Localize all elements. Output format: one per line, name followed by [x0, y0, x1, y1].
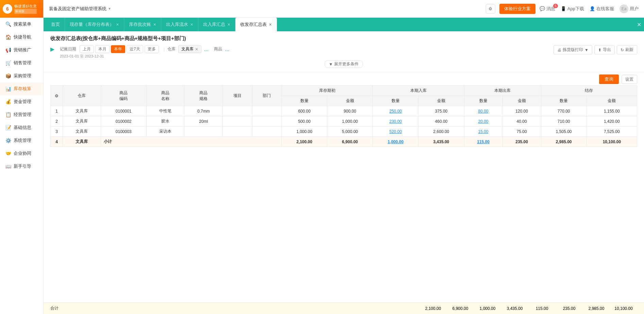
logo-icon: 6	[3, 4, 12, 14]
system-dropdown[interactable]: 装备及固定资产辅助管理系统 ▼	[49, 6, 111, 12]
message-badge: 6	[553, 4, 558, 8]
warehouse-filter-label: 仓库	[167, 46, 176, 52]
expand-more-button[interactable]: ▼ 展开更多条件	[325, 60, 363, 68]
query-button[interactable]: 查询	[599, 75, 619, 84]
tab-close-inout-flow[interactable]: ✕	[190, 22, 193, 27]
tab-inout-summary[interactable]: 出入库汇总 ✕	[198, 18, 235, 31]
subtotal-in-qty[interactable]: 1,000.00	[373, 137, 418, 147]
tab-close-inventory-dist[interactable]: ✕	[116, 22, 119, 27]
gear-icon: ⚙	[489, 6, 492, 11]
export-label: 导出	[603, 47, 611, 53]
app-download-label: App下载	[567, 6, 584, 12]
sidebar-label-basic-info: 基础信息	[14, 125, 31, 131]
cell-in-qty[interactable]: 520.00	[373, 127, 418, 137]
cell-in-qty[interactable]: 250.00	[373, 106, 418, 116]
sidebar-item-system[interactable]: ⚙️ 系统管理	[0, 134, 43, 147]
close-all-tabs-button[interactable]: ✕	[637, 21, 641, 28]
sidebar-item-quick-nav[interactable]: 🏠 快捷导航	[0, 31, 43, 44]
tab-receipt-summary[interactable]: 收发存汇总表 ✕	[235, 18, 277, 31]
th-dept: 部门	[252, 86, 281, 106]
print-dropdown-icon: ▼	[584, 48, 589, 52]
basic-info-icon: 📝	[5, 125, 11, 130]
message-button[interactable]: 💬 消息 6	[540, 6, 555, 12]
refresh-button[interactable]: ↻ 刷新	[617, 45, 637, 54]
settings-button[interactable]: ⚙	[486, 4, 495, 14]
warehouse-more-button[interactable]: ...	[204, 47, 209, 52]
user-area[interactable]: Ea 用户	[620, 4, 639, 13]
print-button[interactable]: 🖨 拣货版打印 ▼	[554, 45, 592, 54]
cell-out-qty[interactable]: 80.00	[464, 106, 502, 116]
tab-close-receipt-summary[interactable]: ✕	[269, 22, 272, 27]
purchase-icon: 📦	[5, 73, 11, 79]
sidebar-item-search[interactable]: 🔍 搜索菜单	[0, 18, 43, 31]
cell-out-qty[interactable]: 20.00	[464, 116, 502, 127]
tab-home[interactable]: 首页	[46, 18, 65, 31]
sidebar-item-inventory[interactable]: 📊 库存核算	[0, 82, 43, 95]
th-settings: ⚙	[51, 86, 63, 106]
online-service-button[interactable]: 👤 在线客服	[590, 6, 614, 12]
footer-in-amt: 3,435.00	[501, 306, 528, 311]
table-settings-icon[interactable]: ⚙	[55, 94, 59, 98]
sidebar-item-operations[interactable]: 📋 经营管理	[0, 108, 43, 121]
tab-inout-flow[interactable]: 出入库流水 ✕	[161, 18, 198, 31]
warehouse-tag-remove[interactable]: ✕	[195, 47, 198, 52]
date-btn-more[interactable]: 更多	[145, 45, 159, 53]
date-btn-last-month[interactable]: 上月	[80, 45, 94, 53]
username-label: 用户	[630, 6, 639, 12]
sidebar-item-sales[interactable]: 🛒 销售管理	[0, 56, 43, 69]
cell-opening-amt: 900.00	[327, 106, 373, 116]
sidebar-item-basic-info[interactable]: 📝 基础信息	[0, 121, 43, 134]
th-balance-amt: 金额	[587, 96, 637, 106]
sidebar-item-guide[interactable]: 📖 新手引导	[0, 160, 43, 173]
cell-code: 0100003	[101, 127, 146, 137]
cell-project	[223, 116, 252, 127]
date-range-text: 2023-01-01 至 2023-12-31	[60, 54, 548, 59]
sales-icon: 🛒	[5, 60, 11, 66]
filter-toggle-button[interactable]: ▶	[50, 46, 54, 52]
sidebar-label-operations: 经营管理	[14, 112, 31, 118]
cell-in-qty[interactable]: 230.00	[373, 116, 418, 127]
table-container: ⚙ 仓库 商品编码 商品名称 商品规格 项目 部门 库存期初 本期入库 本期出库…	[44, 85, 644, 314]
sidebar-label-cooperation: 企业协同	[14, 150, 31, 156]
tab-batch[interactable]: 库存批次账 ✕	[124, 18, 161, 31]
date-btn-7days[interactable]: 近7天	[127, 45, 143, 53]
date-btn-this-year[interactable]: 本年	[111, 45, 125, 53]
cell-code: 0100001	[101, 106, 146, 116]
goods-more-button[interactable]: ...	[225, 47, 229, 52]
sidebar: 6 畅捷通好生意 标准版 🔍 搜索菜单 🏠 快捷导航 📢 营销推广 🛒 销售管理…	[0, 0, 44, 314]
sidebar-item-finance[interactable]: 💰 资金管理	[0, 95, 43, 108]
cell-warehouse: 文具库	[63, 116, 101, 127]
cell-out-qty[interactable]: 15.00	[464, 127, 502, 137]
logo-text: 畅捷通好生意 标准版	[14, 4, 37, 14]
sidebar-item-purchase[interactable]: 📦 采购管理	[0, 69, 43, 82]
trial-button[interactable]: 体验行业方案	[499, 4, 535, 14]
tab-close-inout-summary[interactable]: ✕	[227, 22, 230, 27]
filter-divider: |	[164, 47, 165, 52]
cell-dept	[252, 106, 281, 116]
date-btn-this-month[interactable]: 本月	[95, 45, 110, 53]
tab-receipt-summary-label: 收发存汇总表	[240, 21, 267, 28]
footer-out-amt: 235.00	[556, 306, 583, 311]
cell-project	[223, 106, 252, 116]
sidebar-label-sales: 销售管理	[14, 60, 31, 66]
subtotal-out-qty[interactable]: 115.00	[464, 137, 502, 147]
sidebar-item-marketing[interactable]: 📢 营销推广	[0, 44, 43, 56]
app-download-button[interactable]: 📱 App下载	[561, 6, 584, 12]
cell-warehouse: 文具库	[63, 127, 101, 137]
cell-in-amt: 460.00	[418, 116, 464, 127]
tab-close-batch[interactable]: ✕	[153, 22, 156, 27]
tab-inventory-dist[interactable]: 现存量（库存分布表） ✕	[65, 18, 124, 31]
subtotal-balance-amt: 10,100.00	[587, 137, 637, 147]
column-settings-button[interactable]: 设置	[622, 75, 637, 84]
cell-dept	[252, 116, 281, 127]
table-footer: 合计 2,100.00 6,900.00 1,000.00 3,435.00 1…	[44, 302, 644, 314]
subtotal-opening-qty: 2,100.00	[281, 137, 327, 147]
th-in: 本期入库	[373, 86, 464, 96]
tab-inventory-dist-label: 现存量（库存分布表）	[70, 21, 114, 28]
subtotal-balance-qty: 2,985.00	[541, 137, 587, 147]
search-icon: 🔍	[5, 21, 11, 27]
sidebar-item-cooperation[interactable]: 🤝 企业协同	[0, 147, 43, 160]
export-button[interactable]: ⬆ 导出	[594, 45, 615, 54]
cell-balance-amt: 1,155.00	[587, 106, 637, 116]
date-buttons: 上月 本月 本年 近7天 更多	[80, 45, 159, 53]
